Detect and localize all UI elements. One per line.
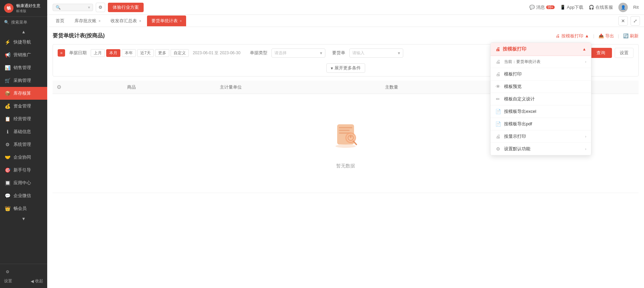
logo-icon: 畅 [4,3,13,13]
logo-text: 畅康通好生意 标准版 [16,3,40,13]
date-range: 2023-06-01 至 2023-06-30 [193,50,240,56]
tab-order-stats-close[interactable]: × [180,19,182,23]
service-icon: 🎧 [589,5,594,10]
tab-receipt-summary-close[interactable]: × [139,19,141,23]
tab-receipt-summary[interactable]: 收发存汇总表× [106,15,145,26]
sidebar-finance-icon: 💰 [4,103,11,109]
refresh-btn[interactable]: 🔄 刷新 [623,33,639,39]
print-chevron-up-icon: ▲ [585,33,589,38]
app-download-action[interactable]: 📱 App下载 [560,4,583,10]
close-window-btn[interactable]: ✕ [618,16,628,26]
table-settings-icon[interactable]: ⚙ [57,84,61,90]
template-export-excel-icon: 📄 [495,109,501,114]
sidebar-wechat-label: 企业微信 [13,193,31,199]
sidebar-item-inventory[interactable]: 📦库存核算 [0,87,47,100]
maximize-window-btn[interactable]: ⤢ [631,16,640,26]
user-name[interactable]: Rit [633,5,639,10]
export-btn[interactable]: 📤 导出 [598,33,614,39]
date-btn-自定义[interactable]: 自定义 [171,49,189,57]
date-btn-本月[interactable]: 本月 [106,49,120,57]
print-set-default[interactable]: ⚙ 设置默认功能 › [491,143,591,155]
print-display-print[interactable]: 🖨 按显示打印 › [491,130,591,143]
sidebar-member-icon: 👑 [4,206,11,211]
sidebar-search[interactable]: 🔍 搜索菜单 [0,17,47,28]
online-service-action[interactable]: 🎧 在线客服 [589,4,613,10]
sidebar-item-purchase[interactable]: 🛒采购管理 [0,74,47,87]
sidebar-cooperation-label: 企业协同 [13,154,31,160]
empty-illustration [329,118,362,151]
toolbar-divider2: | [618,33,619,38]
sidebar-inventory-label: 库存核算 [13,90,31,96]
print-icon: 🖨 [556,33,560,38]
date-btn-更多[interactable]: 更多 [155,49,169,57]
sidebar-system-icon: ⚙ [4,142,11,147]
print-menu-item-template-export-pdf[interactable]: 📄按模板导出pdf [491,118,591,130]
display-print-icon: 🖨 [495,134,501,139]
template-preview-label: 模板预览 [504,84,522,90]
type-select[interactable]: 请选择 ▾ [271,49,325,58]
template-design-icon: ✏ [495,96,501,102]
sidebar-item-cooperation[interactable]: 🤝企业协同 [0,151,47,164]
date-btn-近7天[interactable]: 近7天 [137,49,154,57]
gear-button[interactable]: ⚙ [96,3,105,12]
page-inner: 要货单统计表(按商品) 🖨 按模板打印 ▲ 🖨 按模板打印 [47,27,644,288]
sidebar-scroll-up[interactable]: ▲ [0,28,47,36]
print-menu-item-template-design[interactable]: ✏模板自定义设计 [491,93,591,105]
sidebar-marketing-label: 营销推广 [13,52,31,58]
print-menu-item-template-preview[interactable]: 👁模板预览 [491,81,591,93]
sidebar-item-marketing[interactable]: 📢营销推广 [0,49,47,61]
filter-expand-icon[interactable]: » [58,49,65,57]
sidebar-item-basic[interactable]: ℹ基础信息 [0,125,47,138]
print-current-template[interactable]: 🖨 当前：要货单统计表 › [491,56,591,68]
sidebar-item-system[interactable]: ⚙系统管理 [0,138,47,151]
expand-more-btn[interactable]: ▾ 展开更多条件 [326,63,365,73]
svg-rect-3 [339,130,350,131]
tabs-container: 首页库存批次账×收发存汇总表×要货单统计表× [51,15,186,26]
sidebar-app-center-icon: 🔲 [4,180,11,186]
sidebar-item-app-center[interactable]: 🔲应用中心 [0,177,47,189]
trial-industry-button[interactable]: 体验行业方案 [108,3,144,12]
date-btn-本年[interactable]: 本年 [122,49,136,57]
type-label: 单据类型 [250,50,267,56]
col-header-goods: 商品 [123,81,216,94]
collapse-icon: ◀ [31,279,34,284]
sidebar-item-finance[interactable]: 💰资金管理 [0,100,47,113]
sidebar-bottom-settings-label[interactable]: 设置 [4,278,12,284]
messages-action[interactable]: 💬 消息 99+ [529,4,555,10]
col-header-settings[interactable]: ⚙ [53,81,123,94]
tab-inventory-batch-close[interactable]: × [98,19,100,23]
sidebar-item-guide[interactable]: 🎯新手引导 [0,164,47,177]
sidebar-app-center-label: 应用中心 [13,180,31,186]
display-print-arrow: › [585,134,586,138]
tab-inventory-batch[interactable]: 库存批次账× [70,15,105,26]
sidebar-bottom-collapse[interactable]: ◀ 收起 [31,278,43,284]
tab-home[interactable]: 首页 [51,15,69,26]
template-print-label: 模板打印 [504,71,522,77]
goods-select[interactable]: 请输入 ▾ [349,49,403,58]
sidebar-system-label: 系统管理 [13,141,31,148]
sidebar-bottom-settings[interactable]: ⚙ [0,267,47,277]
print-template-btn[interactable]: 🖨 按模板打印 ▲ [556,33,589,39]
tab-order-stats[interactable]: 要货单统计表× [147,15,186,26]
filter-actions: 查询 设置 [590,48,634,58]
expand-down-icon: ▾ [331,66,333,71]
main-content: 🔍 ▾ ⚙ 体验行业方案 💬 消息 99+ 📱 App下载 🎧 在线客服 [47,0,644,288]
goods-select-arrow: ▾ [398,51,400,56]
col-header-unit: 主计量单位 [216,81,381,94]
sidebar-scroll-down[interactable]: ▼ [0,215,47,223]
sidebar-item-operation[interactable]: 📋经营管理 [0,113,47,125]
sidebar-item-quick-nav[interactable]: ⚡快捷导航 [0,36,47,49]
print-dropdown-header-icon: 🖨 [495,46,500,52]
query-button[interactable]: 查询 [590,48,612,58]
col-header-qty: 主数量 [381,81,498,94]
date-btn-上月[interactable]: 上月 [91,49,105,57]
print-menu-item-template-export-excel[interactable]: 📄按模板导出excel [491,105,591,118]
sidebar-item-wechat[interactable]: 💬企业微信 [0,189,47,202]
print-menu-item-template-print[interactable]: 🖨模板打印 [491,68,591,81]
print-dropdown-chevron[interactable]: ▲ [582,47,586,52]
settings-button[interactable]: 设置 [615,48,634,58]
sidebar-item-member[interactable]: 👑畅会员 [0,202,47,215]
sidebar-item-sales[interactable]: 📊销售管理 [0,61,47,74]
app-logo: 畅 畅康通好生意 标准版 [0,0,47,17]
nav-input[interactable]: 🔍 ▾ [53,4,93,11]
